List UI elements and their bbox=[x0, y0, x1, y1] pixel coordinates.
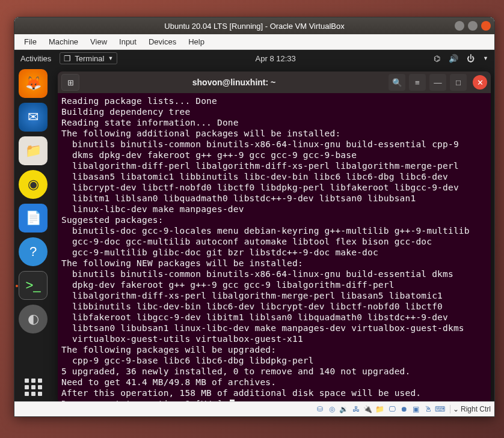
vbox-menu-devices[interactable]: Devices bbox=[144, 35, 181, 48]
sound-icon[interactable]: 🔊 bbox=[449, 54, 458, 63]
files-icon: 📁 bbox=[25, 143, 41, 159]
status-shared-folders-icon[interactable]: 📁 bbox=[375, 404, 385, 414]
dock-terminal[interactable]: >_ bbox=[19, 271, 48, 300]
terminal-line: libalgorithm-diff-xs-perl libalgorithm-m… bbox=[61, 290, 487, 301]
terminal-line: After this operation, 158 MB of addition… bbox=[61, 388, 487, 398]
terminal-close-button[interactable]: ✕ bbox=[473, 75, 487, 90]
maximize-icon: □ bbox=[456, 78, 461, 87]
topbar-datetime[interactable]: Apr 8 12:33 bbox=[256, 54, 296, 63]
vbox-menu-view[interactable]: View bbox=[85, 35, 112, 48]
terminal-line: Reading state information... Done bbox=[61, 117, 487, 128]
power-icon[interactable]: ⏻ bbox=[467, 54, 475, 63]
terminal-line: binutils binutils-common binutils-x86-64… bbox=[61, 269, 487, 279]
status-optical-icon[interactable]: ◎ bbox=[327, 404, 337, 414]
activities-button[interactable]: Activities bbox=[20, 54, 51, 63]
terminal-line: dpkg-dev fakeroot g++ g++-9 gcc gcc-9 li… bbox=[61, 279, 487, 290]
app-menu-label: Terminal bbox=[75, 54, 104, 63]
firefox-icon: 🦊 bbox=[25, 76, 41, 91]
vbox-close-button[interactable] bbox=[481, 21, 491, 31]
terminal-line: linux-libc-dev make manpages-dev bbox=[61, 204, 487, 214]
terminal-line: libtsan0 libubsan1 linux-libc-dev make m… bbox=[61, 323, 487, 333]
terminal-line: The following packages will be upgraded: bbox=[61, 344, 487, 355]
terminal-line: gcc-9-doc gcc-multilib autoconf automake… bbox=[61, 236, 487, 247]
terminal-menu-button[interactable]: ≡ bbox=[409, 74, 426, 91]
status-recording-icon[interactable]: ⏺ bbox=[399, 404, 409, 414]
status-keyboard-icon[interactable]: ⌨ bbox=[435, 404, 445, 414]
terminal-dock-icon: >_ bbox=[25, 278, 40, 293]
terminal-search-button[interactable]: 🔍 bbox=[389, 74, 405, 91]
system-menu-chevron-icon[interactable]: ▼ bbox=[483, 55, 488, 61]
dock-firefox[interactable]: 🦊 bbox=[19, 69, 48, 98]
terminal-line: libalgorithm-diff-perl libalgorithm-diff… bbox=[61, 160, 487, 171]
dock-thunderbird[interactable]: ✉ bbox=[19, 103, 48, 132]
vbox-menu-machine[interactable]: Machine bbox=[44, 35, 83, 48]
vbox-menu-help[interactable]: Help bbox=[183, 35, 209, 48]
terminal-line: virtualbox-guest-utils virtualbox-guest-… bbox=[61, 333, 487, 344]
terminal-line: binutils-doc gcc-9-locales menu debian-k… bbox=[61, 225, 487, 236]
rhythmbox-icon: ◉ bbox=[28, 177, 39, 192]
terminal-icon: ❐ bbox=[64, 54, 71, 63]
status-usb-icon[interactable]: 🔌 bbox=[363, 404, 373, 414]
close-icon: ✕ bbox=[477, 78, 484, 87]
terminal-maximize-button[interactable]: □ bbox=[450, 74, 467, 91]
vbox-menu-file[interactable]: File bbox=[19, 35, 41, 48]
host-key-indicator[interactable]: ⌄ Right Ctrl bbox=[450, 405, 491, 413]
dock-rhythmbox[interactable]: ◉ bbox=[19, 170, 48, 199]
terminal-window: ⊞ shovon@linuxhint: ~ 🔍 ≡ — □ ✕ Reading … bbox=[58, 71, 491, 403]
status-harddisk-icon[interactable]: ⛁ bbox=[315, 404, 325, 414]
vbox-titlebar[interactable]: Ubuntu 20.04 LTS [Running] - Oracle VM V… bbox=[14, 17, 494, 34]
dock-disk[interactable]: ◐ bbox=[19, 305, 48, 333]
terminal-line: libcrypt-dev libctf-nobfd0 libctf0 libdp… bbox=[61, 182, 487, 193]
terminal-line: dkms dpkg-dev fakeroot g++ g++-9 gcc gcc… bbox=[61, 150, 487, 160]
dock-show-applications[interactable] bbox=[19, 373, 48, 401]
disk-icon: ◐ bbox=[28, 311, 39, 327]
terminal-header[interactable]: ⊞ shovon@linuxhint: ~ 🔍 ≡ — □ ✕ bbox=[58, 71, 491, 93]
terminal-line: Need to get 41.4 MB/49.8 MB of archives. bbox=[61, 377, 487, 388]
terminal-line: The following additional packages will b… bbox=[61, 128, 487, 139]
terminal-line: binutils binutils-common binutils-x86-64… bbox=[61, 139, 487, 150]
vbox-menubar: File Machine View Input Devices Help bbox=[14, 34, 494, 50]
help-icon: ? bbox=[29, 244, 37, 260]
writer-icon: 📄 bbox=[25, 210, 41, 226]
terminal-line: libitm1 liblsan0 libquadmath0 libstdc++-… bbox=[61, 193, 487, 204]
hamburger-icon: ≡ bbox=[415, 78, 420, 87]
status-mouse-icon[interactable]: 🖯 bbox=[423, 404, 433, 414]
dock-help[interactable]: ? bbox=[19, 237, 48, 266]
vbox-menu-input[interactable]: Input bbox=[114, 35, 141, 48]
status-cpu-icon[interactable]: ▣ bbox=[411, 404, 421, 414]
guest-viewport: Activities ❐ Terminal ▼ Apr 8 12:33 ⌬ 🔊 … bbox=[14, 50, 494, 401]
status-network-icon[interactable]: 🖧 bbox=[351, 404, 361, 414]
dock-libreoffice-writer[interactable]: 📄 bbox=[19, 204, 48, 233]
vbox-minimize-button[interactable] bbox=[455, 21, 464, 31]
terminal-line: libbinutils libc-dev-bin libc6-dev libcr… bbox=[61, 301, 487, 312]
terminal-title: shovon@linuxhint: ~ bbox=[83, 78, 385, 87]
new-tab-icon: ⊞ bbox=[67, 78, 74, 87]
virtualbox-window: Ubuntu 20.04 LTS [Running] - Oracle VM V… bbox=[14, 17, 495, 417]
terminal-line: gcc-9-multilib glibc-doc git bzr libstdc… bbox=[61, 247, 487, 258]
terminal-line: Reading package lists... Done bbox=[61, 96, 487, 106]
apps-grid-icon bbox=[25, 379, 42, 396]
terminal-line: cpp-9 gcc-9-base libc6 libc6-dbg libdpkg… bbox=[61, 355, 487, 366]
thunderbird-icon: ✉ bbox=[28, 109, 38, 125]
status-audio-icon[interactable]: 🔉 bbox=[339, 404, 349, 414]
terminal-line: The following NEW packages will be insta… bbox=[61, 258, 487, 269]
ubuntu-topbar: Activities ❐ Terminal ▼ Apr 8 12:33 ⌬ 🔊 … bbox=[14, 50, 494, 67]
terminal-line: libfakeroot libgcc-9-dev libitm1 liblsan… bbox=[61, 312, 487, 323]
dock-files[interactable]: 📁 bbox=[19, 136, 48, 165]
app-menu[interactable]: ❐ Terminal ▼ bbox=[60, 52, 117, 64]
network-icon[interactable]: ⌬ bbox=[434, 54, 440, 63]
terminal-new-tab-button[interactable]: ⊞ bbox=[61, 74, 79, 91]
status-display-icon[interactable]: 🖵 bbox=[387, 404, 397, 414]
vbox-maximize-button[interactable] bbox=[468, 21, 478, 31]
vbox-statusbar: ⛁ ◎ 🔉 🖧 🔌 📁 🖵 ⏺ ▣ 🖯 ⌨ ⌄ Right Ctrl bbox=[14, 401, 494, 416]
vbox-title: Ubuntu 20.04 LTS [Running] - Oracle VM V… bbox=[164, 22, 344, 31]
terminal-line: libasan5 libatomic1 libbinutils libc-dev… bbox=[61, 171, 487, 182]
search-icon: 🔍 bbox=[392, 78, 402, 87]
host-key-label: Right Ctrl bbox=[461, 405, 491, 413]
terminal-minimize-button[interactable]: — bbox=[429, 74, 446, 91]
vbox-window-controls bbox=[455, 21, 491, 31]
minimize-icon: — bbox=[434, 78, 441, 87]
ubuntu-dock: 🦊 ✉ 📁 ◉ 📄 ? >_ ◐ bbox=[14, 67, 52, 401]
terminal-body[interactable]: Reading package lists... DoneBuilding de… bbox=[58, 93, 491, 403]
terminal-line: Suggested packages: bbox=[61, 214, 487, 225]
